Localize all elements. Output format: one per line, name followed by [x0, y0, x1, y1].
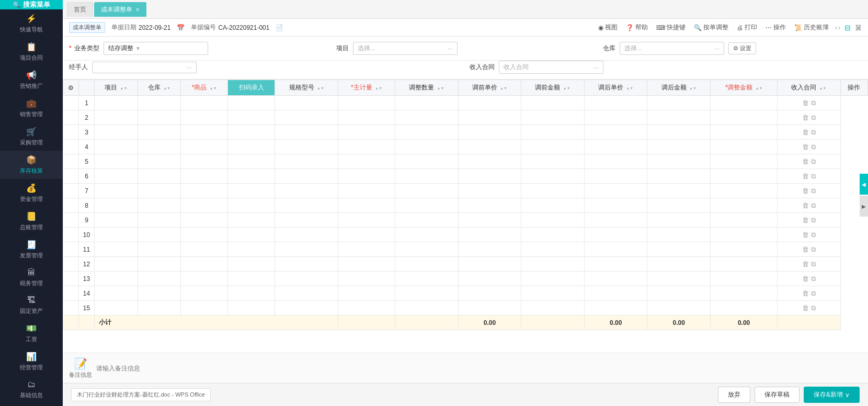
cell-data-2-8[interactable]: [521, 110, 585, 125]
cell-data-5-4[interactable]: [275, 154, 338, 169]
cell-data-2-11[interactable]: [711, 110, 778, 125]
cell-data-4-0[interactable]: [95, 140, 138, 154]
sidebar-logo[interactable]: 🔍 搜索菜单: [0, 0, 63, 9]
cell-data-15-8[interactable]: [521, 301, 585, 315]
copy-icon[interactable]: 📄: [276, 24, 283, 31]
cell-data-13-4[interactable]: [275, 272, 338, 286]
action-btn[interactable]: ⋯ 操作: [763, 22, 788, 33]
cell-data-11-0[interactable]: [95, 242, 138, 257]
sidebar-item-purchase-mgmt[interactable]: 🛒采购管理: [0, 122, 63, 151]
cell-data-8-3[interactable]: [228, 198, 275, 213]
cell-data-8-6[interactable]: [395, 198, 459, 213]
cell-data-12-6[interactable]: [395, 257, 459, 272]
sidebar-item-fund-mgmt[interactable]: 💰资金管理: [0, 179, 63, 207]
col-warehouse[interactable]: 仓库 ▲▼: [138, 80, 181, 96]
cell-data-1-11[interactable]: [711, 96, 778, 110]
cell-data-10-5[interactable]: [338, 228, 395, 242]
cell-data-11-5[interactable]: [338, 242, 395, 257]
sidebar-item-tax-mgmt[interactable]: 🏛税务管理: [0, 264, 63, 291]
cell-data-8-5[interactable]: [338, 198, 395, 213]
cell-data-14-7[interactable]: [458, 286, 521, 301]
cell-data-6-1[interactable]: [138, 169, 181, 184]
sidebar-item-project-contract[interactable]: 📋项目合同: [0, 38, 63, 66]
delete-icon-2[interactable]: 🗑: [802, 114, 809, 121]
cell-data-12-3[interactable]: [228, 257, 275, 272]
cell-data-9-4[interactable]: [275, 213, 338, 228]
cell-data-9-11[interactable]: [711, 213, 778, 228]
cell-data-11-7[interactable]: [458, 242, 521, 257]
cell-data-7-1[interactable]: [138, 184, 181, 198]
cell-data-7-9[interactable]: [584, 184, 647, 198]
sidebar-item-sys-mgmt[interactable]: ⚙系统管理: [0, 403, 63, 406]
cell-data-15-3[interactable]: [228, 301, 275, 315]
cell-data-13-11[interactable]: [711, 272, 778, 286]
copy-icon-3[interactable]: ⧉: [811, 128, 816, 137]
cell-data-14-2[interactable]: [181, 286, 228, 301]
cell-data-1-7[interactable]: [458, 96, 521, 110]
save-draft-btn[interactable]: 保存草稿: [755, 387, 800, 403]
cell-data-4-8[interactable]: [521, 140, 585, 154]
cell-data-9-6[interactable]: [395, 213, 459, 228]
copy-icon-14[interactable]: ⧉: [811, 289, 816, 298]
cell-data-15-1[interactable]: [138, 301, 181, 315]
cell-data-8-4[interactable]: [275, 198, 338, 213]
cell-data-13-3[interactable]: [228, 272, 275, 286]
cell-data-8-8[interactable]: [521, 198, 585, 213]
sidebar-item-basic-info[interactable]: 🗂基础信息: [0, 376, 63, 403]
cell-data-7-10[interactable]: [647, 184, 711, 198]
cell-data-3-2[interactable]: [181, 125, 228, 140]
delete-icon-8[interactable]: 🗑: [802, 201, 809, 209]
table-settings-btn[interactable]: ⚙ 设置: [728, 42, 756, 54]
cell-data-5-5[interactable]: [338, 154, 395, 169]
sidebar-item-fixed-assets[interactable]: 🏗固定资产: [0, 291, 63, 319]
cell-data-1-0[interactable]: [95, 96, 138, 110]
cell-data-10-0[interactable]: [95, 228, 138, 242]
cell-data-3-11[interactable]: [711, 125, 778, 140]
cell-data-6-11[interactable]: [711, 169, 778, 184]
cell-data-15-6[interactable]: [395, 301, 459, 315]
cell-data-1-4[interactable]: [275, 96, 338, 110]
cell-data-1-9[interactable]: [584, 96, 647, 110]
calendar-icon[interactable]: 📅: [177, 24, 185, 31]
cell-data-11-2[interactable]: [181, 242, 228, 257]
cell-data-5-1[interactable]: [138, 154, 181, 169]
cell-data-4-5[interactable]: [338, 140, 395, 154]
warehouse-input[interactable]: 选择... ···: [620, 42, 724, 55]
cell-data-7-8[interactable]: [521, 184, 585, 198]
cell-data-13-5[interactable]: [338, 272, 395, 286]
cell-data-13-7[interactable]: [458, 272, 521, 286]
copy-icon-10[interactable]: ⧉: [811, 231, 816, 239]
business-type-input[interactable]: 结存调整 ▼: [104, 42, 208, 55]
cell-data-7-4[interactable]: [275, 184, 338, 198]
cell-data-13-10[interactable]: [647, 272, 711, 286]
cell-data-14-1[interactable]: [138, 286, 181, 301]
cell-data-9-7[interactable]: [458, 213, 521, 228]
cell-data-8-11[interactable]: [711, 198, 778, 213]
cell-data-10-1[interactable]: [138, 228, 181, 242]
cell-data-4-9[interactable]: [584, 140, 647, 154]
cell-data-7-2[interactable]: [181, 184, 228, 198]
col-unit[interactable]: *主计量 ▲▼: [338, 80, 395, 96]
copy-icon-12[interactable]: ⧉: [811, 260, 816, 268]
copy-icon-9[interactable]: ⧉: [811, 216, 816, 224]
cell-data-5-10[interactable]: [647, 154, 711, 169]
nav-next-btn[interactable]: ›: [838, 24, 840, 31]
cell-data-4-3[interactable]: [228, 140, 275, 154]
cell-data-6-2[interactable]: [181, 169, 228, 184]
delete-icon-9[interactable]: 🗑: [802, 216, 809, 224]
cell-data-7-5[interactable]: [338, 184, 395, 198]
cell-data-9-2[interactable]: [181, 213, 228, 228]
sidebar-item-ledger-mgmt[interactable]: 📒总账管理: [0, 207, 63, 235]
sidebar-item-sales-mgmt[interactable]: 💼销售管理: [0, 94, 63, 122]
cell-data-2-10[interactable]: [647, 110, 711, 125]
cell-data-6-4[interactable]: [275, 169, 338, 184]
cell-data-10-10[interactable]: [647, 228, 711, 242]
cell-data-6-7[interactable]: [458, 169, 521, 184]
cell-data-11-1[interactable]: [138, 242, 181, 257]
cell-data-3-1[interactable]: [138, 125, 181, 140]
cell-data-5-11[interactable]: [711, 154, 778, 169]
delete-icon-14[interactable]: 🗑: [802, 289, 809, 297]
cell-data-4-7[interactable]: [458, 140, 521, 154]
cell-data-1-8[interactable]: [521, 96, 585, 110]
copy-icon-2[interactable]: ⧉: [811, 114, 816, 122]
